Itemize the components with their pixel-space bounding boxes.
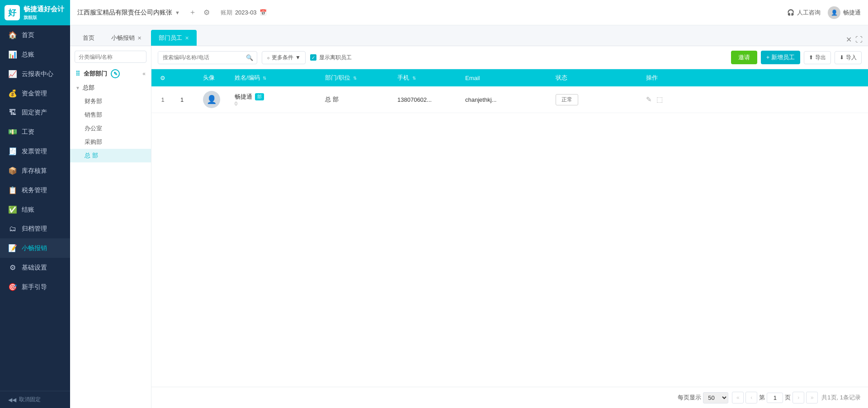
th-status: 状态 xyxy=(549,69,640,86)
td-mobile: 138070602... xyxy=(391,86,459,113)
all-dept-item[interactable]: ⠿ 全部部门 ✎ « xyxy=(70,66,151,81)
sidebar-item-guide[interactable]: 🎯 新手引导 xyxy=(0,277,70,297)
app-edition: 旗舰版 xyxy=(24,14,64,21)
consult-button[interactable]: 🎧 人工咨询 xyxy=(787,9,821,17)
emp-dept-badge: 部 xyxy=(255,93,264,100)
close-all-tabs-icon[interactable]: ✕ xyxy=(846,35,852,44)
sidebar-item-assets[interactable]: 🏗 固定资产 xyxy=(0,103,70,122)
mobile-sort-icon: ⇅ xyxy=(412,76,416,81)
sidebar-item-settings[interactable]: ⚙ 基础设置 xyxy=(0,258,70,277)
sidebar-item-salary[interactable]: 💵 工资 xyxy=(0,122,70,142)
edit-icon[interactable]: ✎ xyxy=(646,95,652,104)
dept-parent-zongbu[interactable]: ▼ 总部 xyxy=(70,81,151,95)
sidebar-item-settle[interactable]: ✅ 结账 xyxy=(0,200,70,219)
salary-icon: 💵 xyxy=(8,128,17,136)
dept-child-caigoubu[interactable]: 采购部 xyxy=(70,135,151,149)
td-num-idx: 1 xyxy=(174,86,197,113)
import-button[interactable]: ⬇ 导入 xyxy=(835,51,862,64)
emp-name: 畅捷通 xyxy=(235,93,252,101)
tab-home[interactable]: 首页 xyxy=(75,30,102,46)
add-company-button[interactable]: ＋ xyxy=(187,6,198,19)
period-selector[interactable]: 账期 2023-03 📅 xyxy=(221,9,267,17)
tab-expense[interactable]: 小畅报销 ✕ xyxy=(104,30,149,46)
sidebar-nav: 🏠 首页 📊 总账 📈 云报表中心 💰 资金管理 🏗 固定资产 💵 工资 🧾 发… xyxy=(0,25,70,391)
dept-collapse-icon[interactable]: « xyxy=(142,71,146,77)
export-button[interactable]: ⬆ 导出 xyxy=(804,51,831,64)
period-label: 账期 xyxy=(221,9,232,17)
show-resigned-toggle[interactable]: ✓ 显示离职员工 xyxy=(310,54,352,62)
emp-table: ⚙ 头像 姓名/编码 ⇅ 部门/职位 ⇅ xyxy=(151,69,868,387)
last-page-button[interactable]: » xyxy=(806,392,818,403)
sidebar-item-expense[interactable]: 📝 小畅报销 xyxy=(0,238,70,258)
th-mobile[interactable]: 手机 ⇅ xyxy=(391,69,459,86)
dept-sort-icon: ⇅ xyxy=(353,76,357,81)
user-name: 畅捷通 xyxy=(843,9,861,17)
reports-icon: 📈 xyxy=(8,70,17,78)
dept-edit-icon[interactable]: ✎ xyxy=(111,69,120,78)
expand-icon: ▼ xyxy=(75,85,80,90)
dept-grid-icon: ⠿ xyxy=(75,70,80,77)
emp-search-icon[interactable]: 🔍 xyxy=(242,52,257,64)
th-name-code[interactable]: 姓名/编码 ⇅ xyxy=(228,69,319,86)
calendar-icon: 📅 xyxy=(259,9,267,16)
dept-child-zongbu[interactable]: 总 部 xyxy=(70,149,151,162)
ledger-icon: 📊 xyxy=(8,50,17,59)
filter-button[interactable]: ⬦ 更多条件 ▼ xyxy=(262,51,306,64)
td-num: 1 xyxy=(151,86,174,113)
assets-icon: 🏗 xyxy=(8,109,17,117)
avatar: 👤 xyxy=(828,6,840,19)
tab-dept-emp-close[interactable]: ✕ xyxy=(185,35,189,41)
cancel-fixed-button[interactable]: ◀◀ 取消固定 xyxy=(0,391,70,408)
filter-icon: ⬦ xyxy=(267,54,270,61)
emp-toolbar: 🔍 ⬦ 更多条件 ▼ ✓ 显示离职员工 邀请 + 新增员工 ⬆ 导出 xyxy=(151,46,868,69)
add-employee-button[interactable]: + 新增员工 xyxy=(761,51,800,64)
prev-page-button[interactable]: ‹ xyxy=(745,392,757,403)
topbar-actions: ＋ ⚙ xyxy=(187,6,212,19)
user-menu[interactable]: 👤 畅捷通 xyxy=(828,6,861,19)
sidebar-item-home[interactable]: 🏠 首页 xyxy=(0,25,70,45)
period-value: 2023-03 xyxy=(235,9,257,16)
td-status: 正常 xyxy=(549,86,640,113)
dept-child-xiaoshoubu[interactable]: 销售部 xyxy=(70,108,151,122)
tab-dept-emp[interactable]: 部门员工 ✕ xyxy=(151,30,197,46)
th-num xyxy=(174,69,197,86)
tab-expense-close[interactable]: ✕ xyxy=(137,35,142,41)
invite-button[interactable]: 邀请 xyxy=(731,51,757,64)
next-page-button[interactable]: › xyxy=(793,392,804,403)
logout-icon[interactable]: ⬚ xyxy=(656,95,663,104)
company-selector[interactable]: 江西服宝精品有限责任公司内账张 ▼ xyxy=(77,9,180,17)
th-dept-pos[interactable]: 部门/职位 ⇅ xyxy=(319,69,391,86)
app-logo: 好 畅捷通好会计 旗舰版 xyxy=(0,0,70,25)
dept-child-caiwubu[interactable]: 财务部 xyxy=(70,95,151,108)
all-dept-label: 全部部门 xyxy=(84,70,107,78)
sidebar-item-inventory[interactable]: 📦 库存核算 xyxy=(0,161,70,180)
maximize-icon[interactable]: ⛶ xyxy=(855,36,863,44)
import-icon: ⬇ xyxy=(840,54,844,61)
settings-button[interactable]: ⚙ xyxy=(202,6,212,19)
first-page-button[interactable]: « xyxy=(732,392,744,403)
toolbar-right-buttons: 邀请 + 新增员工 ⬆ 导出 ⬇ 导入 xyxy=(731,51,862,64)
sidebar-item-tax[interactable]: 📋 税务管理 xyxy=(0,180,70,200)
td-dept: 总 部 xyxy=(319,86,391,113)
settle-icon: ✅ xyxy=(8,205,17,214)
dept-search-input[interactable] xyxy=(75,52,146,62)
th-settings[interactable]: ⚙ xyxy=(151,69,174,86)
emp-search: 🔍 xyxy=(158,51,257,64)
show-resigned-checkbox[interactable]: ✓ xyxy=(310,54,316,61)
page-size-select[interactable]: 50 10 20 100 xyxy=(703,392,728,403)
app-name: 畅捷通好会计 xyxy=(24,5,64,14)
archive-icon: 🗂 xyxy=(8,225,17,233)
emp-search-input[interactable] xyxy=(158,52,242,63)
sidebar-item-archive[interactable]: 🗂 归档管理 xyxy=(0,219,70,238)
sidebar-item-capital[interactable]: 💰 资金管理 xyxy=(0,84,70,103)
page-number-input[interactable] xyxy=(767,393,783,403)
table-row: 1 1 👤 畅捷通 部 0 xyxy=(151,86,868,113)
sidebar-item-invoice[interactable]: 🧾 发票管理 xyxy=(0,142,70,161)
sidebar-item-ledger[interactable]: 📊 总账 xyxy=(0,45,70,64)
topbar: 江西服宝精品有限责任公司内账张 ▼ ＋ ⚙ 账期 2023-03 📅 🎧 人工咨… xyxy=(70,0,868,25)
content-area: 🔍 ⠿ 全部部门 ✎ « ▼ 总部 财务部 销售部 xyxy=(70,46,868,408)
td-actions: ✎ ⬚ xyxy=(640,86,868,113)
dept-child-bangongshi[interactable]: 办公室 xyxy=(70,122,151,135)
sidebar-item-reports[interactable]: 📈 云报表中心 xyxy=(0,64,70,84)
td-avatar: 👤 xyxy=(197,86,228,113)
